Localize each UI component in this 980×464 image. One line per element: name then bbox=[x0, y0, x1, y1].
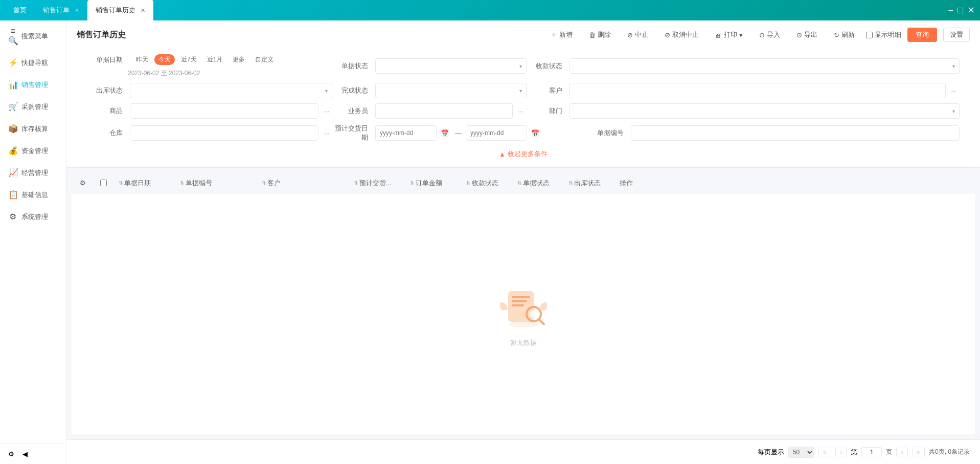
sidebar-item-purchase-mgmt[interactable]: 🛒 采购管理 bbox=[0, 96, 66, 118]
voucher-status-arrow: ▾ bbox=[519, 63, 522, 69]
inventory-mgmt-icon: 📦 bbox=[8, 124, 17, 134]
salesperson-input[interactable] bbox=[375, 103, 513, 119]
sidebar: ≡🔍 搜索菜单 ⚡ 快捷导航 📊 销售管理 🛒 采购管理 📦 库存核算 💰 资金… bbox=[0, 20, 66, 464]
expand-icon[interactable]: □ bbox=[958, 5, 963, 16]
th-voucher-status[interactable]: ⇅ 单据状态 bbox=[513, 179, 564, 188]
date-7days[interactable]: 近7天 bbox=[177, 54, 201, 65]
settings-gear-icon[interactable]: ⚙ bbox=[80, 179, 86, 187]
close-icon[interactable]: ✕ bbox=[967, 5, 975, 16]
settings-button[interactable]: 设置 bbox=[943, 28, 970, 42]
sidebar-collapse-icon[interactable]: ◀ bbox=[22, 450, 28, 458]
product-input[interactable] bbox=[130, 103, 318, 119]
collapse-button[interactable]: ▲ 收起更多条件 bbox=[87, 147, 960, 161]
voucher-no-input[interactable] bbox=[631, 125, 960, 141]
svg-line-6 bbox=[539, 319, 544, 324]
th-voucher-no[interactable]: ⇅ 单据编号 bbox=[176, 179, 258, 188]
customer-input[interactable] bbox=[569, 83, 946, 98]
svg-rect-4 bbox=[512, 304, 524, 306]
first-page-button[interactable]: « bbox=[818, 447, 831, 457]
minimize-icon[interactable]: − bbox=[948, 5, 954, 16]
sidebar-item-search-menu[interactable]: ≡🔍 搜索菜单 bbox=[0, 20, 66, 52]
filter-receipt-status-group: 收款状态 ▾ bbox=[527, 58, 960, 74]
outbound-status-select[interactable]: ▾ bbox=[130, 83, 332, 98]
filter-voucher-date-group: 单据日期 昨天 今天 近7天 近1月 更多 自定义 2023-06- bbox=[87, 54, 332, 78]
query-button[interactable]: 查询 bbox=[907, 28, 937, 42]
stop-button[interactable]: ⊘ 中止 bbox=[622, 28, 653, 41]
table-section: ⚙ ⇅ 单据日期 ⇅ 单据编号 ⇅ 客户 ⇅ bbox=[72, 173, 975, 434]
empty-state: 暂无数据 bbox=[72, 193, 975, 434]
date-custom[interactable]: 自定义 bbox=[251, 54, 278, 65]
delivery-date-end[interactable] bbox=[466, 125, 527, 141]
cancel-stop-button[interactable]: ⊘ 取消中止 bbox=[659, 28, 704, 41]
dept-select[interactable]: ▾ bbox=[569, 103, 960, 119]
page-label-suffix: 页 bbox=[886, 448, 892, 456]
print-button[interactable]: 🖨 打印 ▾ bbox=[710, 28, 748, 41]
th-delivery-date[interactable]: ⇅ 预计交货... bbox=[350, 179, 406, 188]
cancel-stop-label: 取消中止 bbox=[672, 30, 699, 39]
salesperson-dots[interactable]: ··· bbox=[515, 105, 527, 117]
page-label-prefix: 第 bbox=[851, 448, 857, 457]
th-payment-status[interactable]: ⇅ 收款状态 bbox=[462, 179, 513, 188]
sidebar-item-ops-mgmt-label: 经营管理 bbox=[21, 168, 48, 178]
sidebar-item-quick-nav[interactable]: ⚡ 快捷导航 bbox=[0, 52, 66, 74]
warehouse-input[interactable] bbox=[130, 125, 318, 141]
collapse-up-icon: ▲ bbox=[499, 150, 506, 158]
next-page-button[interactable]: › bbox=[896, 447, 907, 457]
new-button[interactable]: ＋ 新增 bbox=[545, 28, 578, 41]
last-page-button[interactable]: » bbox=[912, 447, 925, 457]
sidebar-settings-icon[interactable]: ⚙ bbox=[8, 450, 14, 458]
date-more[interactable]: 更多 bbox=[229, 54, 249, 65]
filter-delivery-date-group: 预计交货日期 📅 — 📅 bbox=[332, 124, 588, 142]
warehouse-dots[interactable]: ··· bbox=[321, 127, 332, 139]
calendar-start-icon[interactable]: 📅 bbox=[439, 129, 451, 137]
export-button[interactable]: ⊙ 导出 bbox=[791, 28, 823, 41]
date-yesterday[interactable]: 昨天 bbox=[132, 54, 152, 65]
page-number-input[interactable] bbox=[861, 447, 882, 457]
sidebar-item-sales-mgmt[interactable]: 📊 销售管理 bbox=[0, 74, 66, 96]
th-action: 操作 bbox=[616, 179, 971, 188]
product-dots[interactable]: ··· bbox=[321, 105, 332, 117]
import-label: 导入 bbox=[767, 30, 780, 39]
select-all-checkbox[interactable] bbox=[100, 180, 107, 186]
th-voucher-date[interactable]: ⇅ 单据日期 bbox=[115, 179, 176, 188]
import-button[interactable]: ⊙ 导入 bbox=[754, 28, 785, 41]
sidebar-item-ops-mgmt[interactable]: 📈 经营管理 bbox=[0, 162, 66, 184]
th-action-label: 操作 bbox=[620, 179, 633, 188]
tab-home[interactable]: 首页 bbox=[5, 0, 35, 20]
sort-icon-status: ⇅ bbox=[517, 180, 521, 186]
complete-status-arrow: ▾ bbox=[519, 88, 522, 94]
refresh-button[interactable]: ↻ 刷新 bbox=[829, 28, 860, 41]
export-label: 导出 bbox=[804, 30, 817, 39]
sidebar-item-fund-mgmt[interactable]: 💰 资金管理 bbox=[0, 140, 66, 162]
sales-mgmt-icon: 📊 bbox=[8, 80, 17, 90]
display-detail-checkbox[interactable] bbox=[866, 32, 873, 38]
tab-sales-order-close[interactable]: ✕ bbox=[75, 7, 79, 14]
sidebar-item-basic-info[interactable]: 📋 基础信息 bbox=[0, 184, 66, 206]
voucher-status-select[interactable]: ▾ bbox=[375, 58, 527, 74]
prev-page-button[interactable]: ‹ bbox=[835, 447, 847, 457]
sidebar-item-sys-mgmt[interactable]: ⚙ 系统管理 bbox=[0, 206, 66, 228]
th-customer[interactable]: ⇅ 客户 bbox=[258, 179, 350, 188]
delete-button[interactable]: 🗑 删除 bbox=[584, 28, 616, 41]
th-checkbox[interactable] bbox=[96, 180, 115, 186]
date-today[interactable]: 今天 bbox=[154, 54, 175, 65]
th-outbound-status[interactable]: ⇅ 出库状态 bbox=[564, 179, 616, 188]
sidebar-item-inventory-mgmt[interactable]: 📦 库存核算 bbox=[0, 118, 66, 140]
delivery-date-start[interactable] bbox=[375, 125, 437, 141]
customer-dots[interactable]: ··· bbox=[948, 85, 960, 97]
th-order-amount[interactable]: ⇅ 订单金额 bbox=[406, 179, 462, 188]
display-detail-control[interactable]: 显示明细 bbox=[866, 30, 901, 39]
tab-sales-order-history-close[interactable]: ✕ bbox=[141, 7, 145, 14]
tab-sales-order[interactable]: 销售订单 ✕ bbox=[35, 0, 87, 20]
calendar-end-icon[interactable]: 📅 bbox=[529, 129, 541, 137]
main-layout: ≡🔍 搜索菜单 ⚡ 快捷导航 📊 销售管理 🛒 采购管理 📦 库存核算 💰 资金… bbox=[0, 20, 980, 464]
date-1month[interactable]: 近1月 bbox=[203, 54, 227, 65]
tab-sales-order-history[interactable]: 销售订单历史 ✕ bbox=[87, 0, 153, 20]
th-settings[interactable]: ⚙ bbox=[76, 179, 96, 187]
total-info: 共0页, 0条记录 bbox=[929, 448, 970, 456]
export-icon: ⊙ bbox=[796, 31, 802, 39]
complete-status-select[interactable]: ▾ bbox=[375, 83, 527, 98]
page-size-select[interactable]: 20 50 100 bbox=[788, 447, 814, 458]
empty-illustration bbox=[493, 281, 554, 332]
receipt-status-select[interactable]: ▾ bbox=[569, 58, 960, 74]
